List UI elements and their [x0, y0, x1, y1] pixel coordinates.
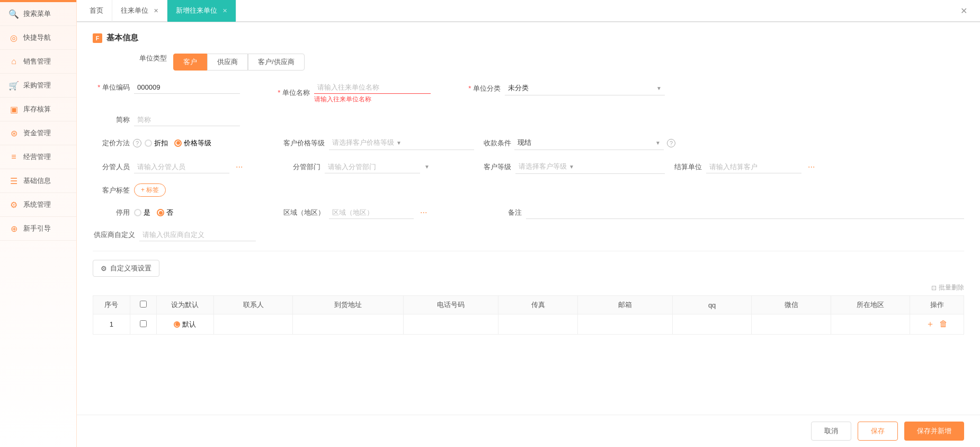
- tab-partner-label: 往来单位: [121, 6, 148, 15]
- settlement-input[interactable]: [706, 161, 801, 173]
- abbr-input[interactable]: [134, 113, 240, 126]
- tab-home[interactable]: 首页: [81, 0, 112, 22]
- unit-category-select[interactable]: 未分类 ▼: [505, 81, 665, 95]
- delete-row-button[interactable]: 🗑: [939, 319, 948, 328]
- col-check: [130, 296, 156, 314]
- payment-help-icon[interactable]: ?: [667, 139, 675, 147]
- section-icon: F: [93, 33, 102, 43]
- cell-fax[interactable]: [498, 314, 578, 335]
- payment-select[interactable]: 现结 ▼: [514, 136, 664, 150]
- email-input[interactable]: [599, 320, 652, 328]
- sidebar-item-guide[interactable]: ⊕ 新手引导: [0, 217, 76, 241]
- cell-address[interactable]: [293, 314, 404, 335]
- disabled-radio-no[interactable]: 否: [157, 208, 173, 217]
- wechat-input[interactable]: [770, 320, 813, 328]
- tab-new-partner[interactable]: 新增往来单位 ✕: [167, 0, 236, 22]
- cell-region[interactable]: [831, 314, 910, 335]
- select-all-checkbox[interactable]: [140, 301, 147, 308]
- unit-name-input[interactable]: [314, 81, 431, 94]
- contact-input[interactable]: [232, 320, 274, 328]
- custom-settings-button[interactable]: ⚙ 自定义项设置: [93, 260, 159, 277]
- phone-input[interactable]: [424, 320, 477, 328]
- dept-input[interactable]: [325, 161, 420, 173]
- sidebar-item-operations[interactable]: ≡ 经营管理: [0, 145, 76, 169]
- tab-partner[interactable]: 往来单位 ✕: [112, 0, 167, 22]
- disabled-radio-yes[interactable]: 是: [134, 208, 150, 217]
- sidebar-item-inventory[interactable]: ▣ 库存核算: [0, 98, 76, 121]
- field-manager: 分管人员 ···: [93, 161, 283, 173]
- sidebar-item-search[interactable]: 🔍 搜索菜单: [0, 2, 76, 26]
- supplier-custom-input[interactable]: [139, 229, 256, 241]
- system-icon: ⚙: [8, 199, 19, 210]
- col-contact: 联系人: [213, 296, 293, 314]
- cell-contact[interactable]: [213, 314, 293, 335]
- remark-input[interactable]: [526, 206, 964, 219]
- dept-label: 分管部门: [283, 162, 320, 172]
- unit-type-row: 单位类型 客户 供应商 客户/供应商: [93, 54, 964, 71]
- cell-phone[interactable]: [404, 314, 498, 335]
- cell-wechat[interactable]: [752, 314, 831, 335]
- sidebar-item-label: 经营管理: [23, 152, 51, 162]
- tab-home-label: 首页: [90, 6, 103, 15]
- row-abbr: 简称: [93, 113, 964, 126]
- region-more-icon[interactable]: ···: [420, 208, 427, 217]
- pricing-radio-discount[interactable]: 折扣: [145, 138, 168, 148]
- cell-check[interactable]: [130, 314, 156, 335]
- form-footer: 取消 保存 保存并新增: [77, 415, 980, 447]
- sidebar-item-purchase[interactable]: 🛒 采购管理: [0, 74, 76, 98]
- cancel-button[interactable]: 取消: [811, 422, 851, 441]
- radio-circle-level: [174, 139, 182, 147]
- field-disabled: 停用 是 否: [93, 208, 283, 217]
- cell-default[interactable]: 默认: [156, 314, 213, 335]
- save-and-new-button[interactable]: 保存并新增: [904, 422, 964, 441]
- radio-no: [157, 209, 164, 216]
- main-close-button[interactable]: ✕: [952, 6, 976, 16]
- address-input[interactable]: [316, 320, 380, 328]
- fax-input[interactable]: [517, 320, 559, 328]
- batch-delete-area: ⊡ 批量删除: [93, 283, 964, 292]
- section-title: 基本信息: [106, 33, 138, 43]
- unit-code-input[interactable]: [134, 81, 240, 94]
- tab-partner-close[interactable]: ✕: [154, 7, 158, 14]
- sales-icon: ⌂: [8, 56, 19, 67]
- sidebar-item-label: 库存核算: [23, 104, 51, 114]
- default-radio[interactable]: [174, 321, 180, 328]
- unit-category-value: 未分类: [508, 83, 654, 93]
- manager-input[interactable]: [134, 161, 229, 173]
- pricing-help-icon[interactable]: ?: [133, 139, 141, 147]
- batch-delete-label[interactable]: 批量删除: [939, 283, 964, 292]
- add-tag-button[interactable]: + 标签: [134, 183, 166, 197]
- cell-qq[interactable]: [672, 314, 752, 335]
- settlement-more-icon[interactable]: ···: [808, 162, 815, 172]
- customer-level-select[interactable]: 请选择客户等级 ▼: [515, 160, 665, 174]
- row-disabled-region: 停用 是 否 区域（地区） ···: [93, 206, 964, 219]
- save-button[interactable]: 保存: [858, 422, 898, 441]
- unit-type-supplier[interactable]: 供应商: [207, 54, 248, 71]
- table-row: 1 默认: [93, 314, 964, 335]
- cell-email[interactable]: [577, 314, 672, 335]
- qq-input[interactable]: [691, 320, 733, 328]
- cell-action: ＋ 🗑: [910, 314, 964, 335]
- finance-icon: ⊛: [8, 128, 19, 138]
- sidebar-item-finance[interactable]: ⊛ 资金管理: [0, 121, 76, 145]
- row-supplier-custom: 供应商自定义: [93, 229, 964, 241]
- region-input[interactable]: [329, 206, 414, 219]
- sidebar-item-quick-nav[interactable]: ◎ 快捷导航: [0, 26, 76, 50]
- basics-icon: ☰: [8, 176, 19, 186]
- unit-type-customer[interactable]: 客户: [173, 54, 207, 71]
- price-level-select[interactable]: 请选择客户价格等级 ▼: [329, 136, 474, 150]
- manager-more-icon[interactable]: ···: [236, 162, 243, 172]
- tab-new-partner-close[interactable]: ✕: [222, 7, 227, 14]
- sidebar-item-basics[interactable]: ☰ 基础信息: [0, 169, 76, 193]
- disabled-label: 停用: [93, 208, 130, 217]
- sidebar-item-sales[interactable]: ⌂ 销售管理: [0, 50, 76, 74]
- dept-chevron-icon: ▼: [424, 164, 430, 170]
- pricing-radio-level[interactable]: 价格等级: [174, 138, 211, 148]
- field-customer-level: 客户等级 请选择客户等级 ▼: [474, 160, 665, 174]
- add-row-button[interactable]: ＋: [926, 319, 934, 328]
- region-cell-input[interactable]: [849, 320, 892, 328]
- sidebar-item-system[interactable]: ⚙ 系统管理: [0, 193, 76, 217]
- field-supplier-custom: 供应商自定义: [93, 229, 315, 241]
- unit-type-both[interactable]: 客户/供应商: [248, 54, 305, 71]
- row-checkbox[interactable]: [140, 320, 147, 327]
